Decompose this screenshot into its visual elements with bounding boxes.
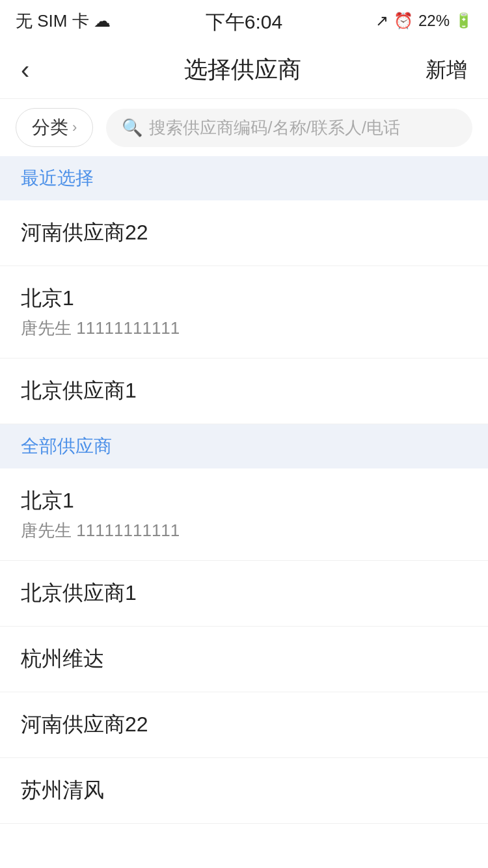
- item-sub: 唐先生 11111111111: [21, 519, 467, 542]
- list-item[interactable]: 北京1唐先生 11111111111: [0, 266, 488, 359]
- chevron-icon: ›: [72, 119, 77, 136]
- page-title: 选择供应商: [184, 54, 301, 86]
- recent-section-label: 最近选择: [21, 166, 94, 191]
- filter-bar: 分类 › 🔍 搜索供应商编码/名称/联系人/电话: [0, 99, 488, 156]
- alarm-icon: ⏰: [394, 12, 413, 30]
- sim-status: 无 SIM 卡 ☁: [16, 10, 111, 33]
- list-item[interactable]: 北京供应商1: [0, 359, 488, 424]
- item-name: 北京1: [21, 487, 467, 515]
- list-item[interactable]: 河南供应商22: [0, 200, 488, 266]
- location-icon: ↗: [375, 12, 388, 30]
- all-section-label: 全部供应商: [21, 434, 112, 459]
- category-filter[interactable]: 分类 ›: [16, 108, 93, 147]
- search-box[interactable]: 🔍 搜索供应商编码/名称/联系人/电话: [106, 109, 472, 147]
- item-name: 杭州维达: [21, 645, 467, 673]
- item-name: 北京供应商1: [21, 579, 467, 608]
- search-icon: 🔍: [122, 118, 142, 138]
- list-item[interactable]: 北京1唐先生 11111111111: [0, 468, 488, 561]
- nav-bar: ‹ 选择供应商 新增: [0, 42, 488, 99]
- status-left: 无 SIM 卡 ☁: [16, 10, 111, 33]
- back-button[interactable]: ‹: [21, 55, 60, 85]
- add-button[interactable]: 新增: [426, 56, 467, 85]
- recent-section-header: 最近选择: [0, 156, 488, 200]
- battery-percent: 22%: [418, 12, 450, 30]
- item-name: 苏州清风: [21, 776, 467, 805]
- battery-icon: 🔋: [455, 12, 472, 29]
- list-item[interactable]: 苏州清风: [0, 758, 488, 824]
- status-right: ↗ ⏰ 22% 🔋: [375, 12, 472, 30]
- item-name: 河南供应商22: [21, 219, 467, 247]
- status-bar: 无 SIM 卡 ☁ 下午6:04 ↗ ⏰ 22% 🔋: [0, 0, 488, 42]
- item-name: 北京1: [21, 284, 467, 313]
- list-item[interactable]: 北京供应商1: [0, 561, 488, 627]
- all-list: 北京1唐先生 11111111111北京供应商1杭州维达河南供应商22苏州清风: [0, 468, 488, 824]
- all-section-header: 全部供应商: [0, 424, 488, 468]
- list-item[interactable]: 河南供应商22: [0, 692, 488, 758]
- recent-list: 河南供应商22北京1唐先生 11111111111北京供应商1: [0, 200, 488, 424]
- item-sub: 唐先生 11111111111: [21, 317, 467, 340]
- search-placeholder: 搜索供应商编码/名称/联系人/电话: [149, 116, 400, 139]
- list-item[interactable]: 杭州维达: [0, 627, 488, 692]
- item-name: 北京供应商1: [21, 377, 467, 405]
- category-label: 分类: [32, 115, 68, 140]
- item-name: 河南供应商22: [21, 711, 467, 739]
- status-time: 下午6:04: [206, 9, 282, 36]
